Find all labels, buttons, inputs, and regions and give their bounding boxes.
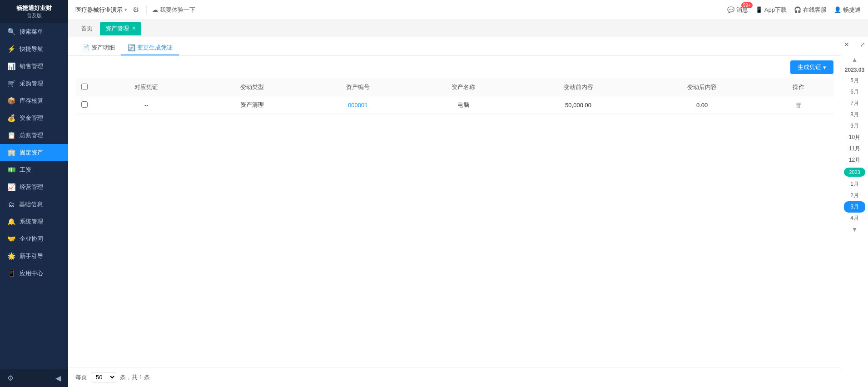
right-panel-scroll: ▲ 2023.03 5月 6月 7月 8月 9月 10月 11月 12月 202… — [841, 52, 868, 387]
sidebar-label-ledger: 总账管理 — [20, 131, 43, 139]
sub-tab-asset-detail[interactable]: 📄 资产明细 — [75, 41, 121, 55]
row-asset-code: 000001 — [305, 96, 411, 114]
experience-button[interactable]: ☁ 我要体验一下 — [152, 6, 195, 14]
nav-tabs: 首页 资产管理 ✕ — [68, 20, 868, 37]
sidebar-item-inventory[interactable]: 📦库存核算 — [0, 92, 68, 109]
sales-icon: 📊 — [7, 62, 16, 70]
th-voucher: 对应凭证 — [94, 79, 199, 96]
sidebar-item-payroll[interactable]: 💵工资 — [0, 161, 68, 179]
sidebar-item-guide[interactable]: 🌟新手引导 — [0, 248, 68, 265]
row-operation: 🗑 — [764, 96, 833, 114]
select-all-checkbox[interactable] — [81, 84, 88, 90]
sidebar-label-quick-nav: 快捷导航 — [20, 45, 43, 53]
header: 医疗器械行业演示 ▾ ⚙ ☁ 我要体验一下 💬 消息 99+ 📱 App下载 🎧… — [68, 0, 868, 20]
month-item[interactable]: 10月 — [841, 132, 868, 143]
app-download-label: App下载 — [764, 6, 787, 14]
sub-tab-asset-detail-label: 资产明细 — [91, 44, 115, 52]
payroll-icon: 💵 — [7, 166, 16, 174]
dropdown-arrow-icon: ▾ — [823, 64, 826, 71]
sidebar-item-quick-nav[interactable]: ⚡快捷导航 — [0, 40, 68, 58]
quick-nav-icon: ⚡ — [7, 45, 16, 53]
sidebar-item-search[interactable]: 🔍搜索菜单 — [0, 23, 68, 40]
row-checkbox-0[interactable] — [81, 101, 88, 108]
guide-icon: 🌟 — [7, 252, 16, 260]
sidebar-item-cooperation[interactable]: 🤝企业协同 — [0, 230, 68, 248]
company-name: 医疗器械行业演示 — [75, 6, 123, 14]
right-panel-header: ✕ ⤢ — [841, 37, 868, 52]
phone-icon: 📱 — [755, 6, 763, 13]
month-3-current[interactable]: 3月 — [844, 201, 865, 213]
sidebar-logo-sub: 普及版 — [27, 12, 42, 19]
row-after-change: 0.00 — [640, 96, 764, 114]
tab-close-icon[interactable]: ✕ — [132, 25, 136, 31]
th-change-type: 变动类型 — [199, 79, 305, 96]
sidebar-item-finance[interactable]: 💰资金管理 — [0, 109, 68, 127]
sidebar-item-management[interactable]: 📈经营管理 — [0, 179, 68, 196]
sidebar-item-system[interactable]: 🔔系统管理 — [0, 213, 68, 230]
sub-tabs: 📄 资产明细 🔄 变更生成凭证 — [68, 37, 841, 56]
table-wrap: 对应凭证 变动类型 资产编号 资产名称 变动前内容 变动后内容 操作 -- — [68, 79, 841, 367]
ledger-icon: 📋 — [7, 131, 16, 139]
sidebar-label-payroll: 工资 — [20, 166, 31, 174]
sidebar-item-sales[interactable]: 📊销售管理 — [0, 58, 68, 75]
month-item[interactable]: 5月 — [841, 75, 868, 86]
month-item[interactable]: 6月 — [841, 86, 868, 98]
header-divider — [146, 5, 147, 15]
sidebar-item-purchase[interactable]: 🛒采购管理 — [0, 75, 68, 92]
sidebar-label-sales: 销售管理 — [20, 62, 43, 70]
cloud-icon: ☁ — [152, 6, 158, 13]
purchase-icon: 🛒 — [7, 79, 16, 88]
header-right-actions: 💬 消息 99+ 📱 App下载 🎧 在线客服 👤 畅捷通 — [727, 6, 861, 14]
th-asset-name: 资产名称 — [411, 79, 516, 96]
header-settings-icon[interactable]: ⚙ — [131, 4, 141, 16]
generate-voucher-button[interactable]: 生成凭证 ▾ — [790, 60, 833, 74]
main-content: 医疗器械行业演示 ▾ ⚙ ☁ 我要体验一下 💬 消息 99+ 📱 App下载 🎧… — [68, 0, 868, 387]
app-center-icon: 📱 — [7, 269, 16, 278]
month-item[interactable]: 2月 — [841, 190, 868, 201]
app-download-action[interactable]: 📱 App下载 — [755, 6, 787, 14]
search-icon: 🔍 — [7, 28, 16, 36]
month-item[interactable]: 8月 — [841, 109, 868, 120]
sidebar-item-basic-info[interactable]: 🗂基础信息 — [0, 196, 68, 213]
finance-icon: 💰 — [7, 114, 16, 122]
settings-icon[interactable]: ⚙ — [7, 374, 14, 382]
sidebar-label-guide: 新手引导 — [20, 252, 43, 260]
sidebar-item-fixed-assets[interactable]: 🏢固定资产 — [0, 144, 68, 161]
messages-action[interactable]: 💬 消息 99+ — [727, 6, 748, 14]
per-page-select[interactable]: 50 20 100 — [91, 372, 116, 382]
tab-home[interactable]: 首页 — [75, 22, 98, 35]
basic-info-icon: 🗂 — [7, 200, 15, 208]
per-page-label: 每页 — [75, 373, 87, 382]
tab-home-label: 首页 — [81, 25, 93, 32]
th-asset-code: 资产编号 — [305, 79, 411, 96]
month-item[interactable]: 1月 — [841, 179, 868, 190]
th-before-change: 变动前内容 — [516, 79, 640, 96]
collapse-icon[interactable]: ◀ — [55, 374, 61, 382]
sidebar-item-ledger[interactable]: 📋总账管理 — [0, 127, 68, 144]
delete-icon[interactable]: 🗑 — [795, 101, 802, 109]
company-selector[interactable]: 医疗器械行业演示 ▾ — [75, 6, 127, 14]
system-icon: 🔔 — [7, 218, 16, 226]
sidebar-label-app-center: 应用中心 — [20, 269, 43, 278]
sidebar-label-system: 系统管理 — [20, 218, 43, 226]
management-icon: 📈 — [7, 183, 16, 191]
user-action[interactable]: 👤 畅捷通 — [834, 6, 861, 14]
sidebar-item-app-center[interactable]: 📱应用中心 — [0, 265, 68, 282]
panel-expand-icon[interactable]: ⤢ — [860, 41, 865, 48]
row-voucher: -- — [94, 96, 199, 114]
sub-tab-change-voucher[interactable]: 🔄 变更生成凭证 — [121, 41, 179, 55]
panel-close-icon[interactable]: ✕ — [844, 41, 849, 48]
panel-scroll-up-icon[interactable]: ▲ — [850, 54, 860, 65]
month-item[interactable]: 12月 — [841, 154, 868, 166]
company-dropdown-icon: ▾ — [124, 7, 127, 13]
th-after-change: 变动后内容 — [640, 79, 764, 96]
customer-service-action[interactable]: 🎧 在线客服 — [794, 6, 827, 14]
year-2023-label[interactable]: 2023 — [844, 168, 865, 177]
month-item[interactable]: 4月 — [841, 213, 868, 224]
message-badge: 99+ — [741, 2, 753, 8]
panel-scroll-down-icon[interactable]: ▼ — [850, 224, 860, 235]
month-item[interactable]: 11月 — [841, 143, 868, 154]
month-item[interactable]: 9月 — [841, 120, 868, 132]
tab-asset-management[interactable]: 资产管理 ✕ — [100, 22, 141, 35]
month-item[interactable]: 7月 — [841, 98, 868, 109]
